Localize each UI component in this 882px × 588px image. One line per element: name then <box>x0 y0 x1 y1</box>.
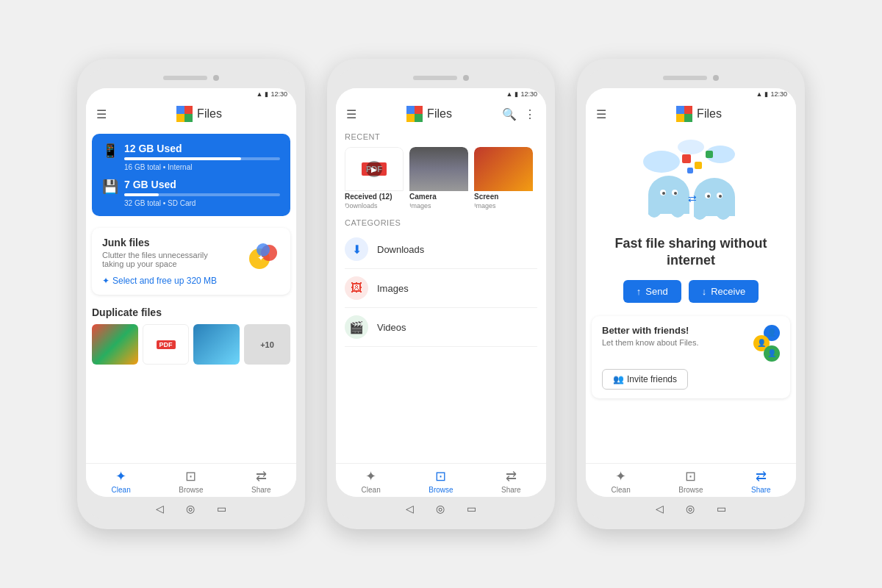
nav-browse-2[interactable]: ⊡ Browse <box>406 468 476 494</box>
search-icon-2[interactable]: 🔍 <box>502 107 517 121</box>
screen-img <box>474 147 533 191</box>
cat-videos-label: Videos <box>377 322 406 333</box>
share-buttons: ↑ Send ↓ Receive <box>623 280 759 303</box>
dup-thumb-1 <box>92 324 138 365</box>
nav-browse-label-3: Browse <box>678 486 703 494</box>
internal-used-label: 12 GB Used <box>124 143 280 154</box>
more-icon-2[interactable]: ⋮ <box>524 107 536 121</box>
cat-images-label: Images <box>377 283 409 294</box>
phone-2: ▲ ▮ 12:30 ☰ Files 🔍 <box>327 59 555 529</box>
camera-3 <box>713 75 719 81</box>
camera-2 <box>463 75 469 81</box>
nav-browse-3[interactable]: ⊡ Browse <box>656 468 725 494</box>
speaker-2 <box>413 76 457 80</box>
sd-bar-fill <box>124 193 159 196</box>
junk-free-up-btn[interactable]: ✦ Select and free up 320 MB <box>102 276 280 286</box>
nav-share-1[interactable]: ⇄ Share <box>226 468 296 494</box>
app-title-3: Files <box>697 107 722 121</box>
nav-browse-1[interactable]: ⊡ Browse <box>156 468 226 494</box>
send-button[interactable]: ↑ Send <box>623 280 681 303</box>
screen-label: Screen <box>474 191 533 202</box>
svg-point-24 <box>674 192 677 195</box>
share-hero: ⇄ Fast file sharing without internet ↑ S… <box>586 128 796 310</box>
app-bar-3: ☰ Files <box>586 100 796 128</box>
signal-icon-3: ▲ <box>756 90 763 98</box>
categories-section: CATEGORIES ⬇ Downloads 🖼 Images 🎬 <box>336 214 546 351</box>
browse-icon-3: ⊡ <box>685 468 696 484</box>
cat-downloads[interactable]: ⬇ Downloads <box>345 230 537 269</box>
battery-icon-3: ▮ <box>764 90 768 98</box>
receive-label: Receive <box>711 286 745 297</box>
time-3: 12:30 <box>770 90 787 98</box>
svg-rect-34 <box>687 168 693 173</box>
nav-share-2[interactable]: ⇄ Share <box>476 468 546 494</box>
svg-rect-3 <box>184 114 193 122</box>
status-bar-1: ▲ ▮ 12:30 <box>86 88 296 100</box>
back-btn-2[interactable]: ◁ <box>406 503 414 514</box>
pdf-icon: PDF <box>157 340 176 349</box>
send-label: Send <box>645 286 667 297</box>
svg-rect-31 <box>682 154 691 163</box>
nav-clean-3[interactable]: ✦ Clean <box>586 468 656 494</box>
share-icon-3: ⇄ <box>756 468 767 484</box>
svg-rect-33 <box>706 151 713 158</box>
recent-thumb-screen[interactable]: Screen Images <box>474 147 533 209</box>
camera-1 <box>213 75 219 81</box>
duplicate-section: Duplicate files PDF +10 <box>92 306 290 365</box>
play-btn: ▶ <box>366 161 382 177</box>
back-btn-3[interactable]: ◁ <box>656 503 664 514</box>
back-btn-1[interactable]: ◁ <box>156 503 164 514</box>
hamburger-icon-2[interactable]: ☰ <box>346 107 356 121</box>
browse-icon-2: ⊡ <box>435 468 446 484</box>
svg-text:⇄: ⇄ <box>688 193 697 204</box>
app-bar-1: ☰ Files <box>86 100 296 128</box>
signal-icon-2: ▲ <box>506 90 513 98</box>
home-bar-3: ◁ ◎ ▭ <box>586 497 796 520</box>
nav-clean-1[interactable]: ✦ Clean <box>86 468 156 494</box>
svg-rect-9 <box>415 106 423 114</box>
recent-btn-1[interactable]: ▭ <box>217 503 226 514</box>
app-bar-2: ☰ Files 🔍 ⋮ <box>336 100 546 128</box>
cat-downloads-label: Downloads <box>377 244 424 255</box>
svg-point-18 <box>678 140 704 154</box>
svg-rect-12 <box>676 106 684 114</box>
home-btn-2[interactable]: ◎ <box>436 503 445 514</box>
battery-icon: ▮ <box>265 90 268 98</box>
nav-share-3[interactable]: ⇄ Share <box>726 468 796 494</box>
svg-point-30 <box>719 195 722 198</box>
cat-images[interactable]: 🖼 Images <box>345 269 537 308</box>
hamburger-icon-1[interactable]: ☰ <box>96 107 107 121</box>
downloads-icon: ⬇ <box>345 237 368 261</box>
home-btn-3[interactable]: ◎ <box>686 503 695 514</box>
svg-rect-15 <box>684 114 692 122</box>
speaker-3 <box>663 76 707 80</box>
recent-btn-2[interactable]: ▭ <box>467 503 476 514</box>
share-illustration: ⇄ <box>632 140 750 228</box>
recent-label: RECENT <box>345 132 537 141</box>
recent-thumb-camera[interactable]: Camera Images <box>409 147 468 209</box>
hamburger-icon-3[interactable]: ☰ <box>596 107 606 121</box>
camera-sub: Images <box>409 202 468 209</box>
battery-icon-2: ▮ <box>514 90 518 98</box>
home-bar-2: ◁ ◎ ▭ <box>336 497 546 520</box>
recent-thumb-received[interactable]: PDF ▶ Received (12) Downloads <box>345 147 404 209</box>
camera-img <box>409 147 468 191</box>
status-bar-2: ▲ ▮ 12:30 <box>336 88 546 100</box>
received-img: PDF ▶ <box>345 147 404 191</box>
recent-btn-3[interactable]: ▭ <box>717 503 726 514</box>
phone-1-notch <box>86 68 296 88</box>
cat-videos[interactable]: 🎬 Videos <box>345 308 537 347</box>
internal-icon: 📱 <box>102 143 118 159</box>
friends-card: Better with friends! Let them know about… <box>592 316 790 398</box>
receive-button[interactable]: ↓ Receive <box>689 280 759 303</box>
images-icon: 🖼 <box>345 276 368 300</box>
home-btn-1[interactable]: ◎ <box>186 503 195 514</box>
duplicate-thumbs: PDF +10 <box>92 324 290 365</box>
sd-total-label: 32 GB total • SD Card <box>124 199 280 207</box>
clean-icon-2: ✦ <box>365 468 376 484</box>
invite-friends-button[interactable]: 👥 Invite friends <box>602 369 688 390</box>
dup-thumb-2: PDF <box>143 324 189 365</box>
nav-share-label-2: Share <box>501 486 521 494</box>
nav-clean-2[interactable]: ✦ Clean <box>336 468 406 494</box>
nav-browse-label-2: Browse <box>429 486 453 494</box>
